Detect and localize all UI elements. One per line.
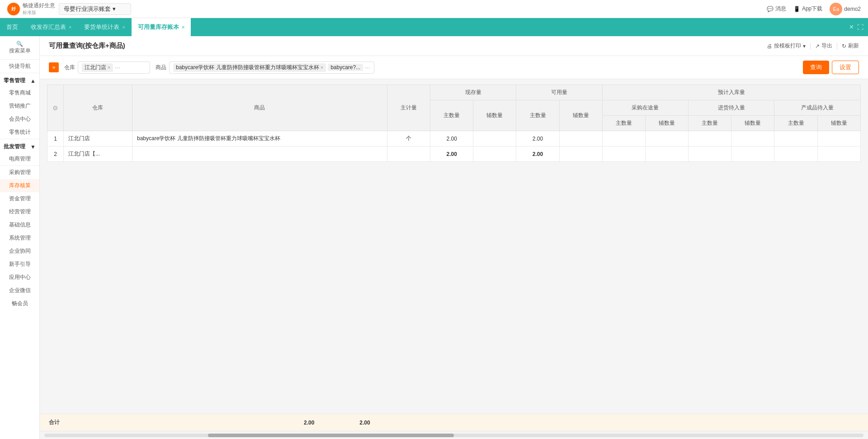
scroll-track[interactable] — [44, 434, 863, 437]
sidebar-group-wholesale-title[interactable]: 批发管理 ▼ — [0, 139, 39, 152]
sidebar-item-ecommerce[interactable]: 电商管理 — [0, 152, 39, 165]
row-1-goods-aux — [731, 131, 774, 146]
row-2-pur-main — [602, 146, 645, 162]
planned-inbound-header: 预计入库量 — [602, 85, 860, 100]
row-2-avail-main: 2.00 — [516, 146, 559, 162]
tab-available-inventory-close[interactable]: × — [182, 24, 184, 30]
sidebar-group-retail-title[interactable]: 零售管理 ▲ — [0, 73, 39, 86]
sidebar-search[interactable]: 🔍 搜索菜单 — [0, 36, 39, 60]
tab-home[interactable]: 首页 — [0, 18, 24, 36]
sidebar-group-retail-label: 零售管理 — [4, 77, 25, 85]
row-2-avail-aux — [559, 146, 602, 162]
finished-aux-header: 辅数量 — [817, 116, 860, 131]
warehouse-tag-remove[interactable]: × — [108, 65, 110, 70]
tab-order-stats-close[interactable]: × — [122, 24, 125, 30]
row-1-avail-aux — [559, 131, 602, 146]
message-label: 消息 — [775, 5, 786, 13]
nav-fullscreen-icon[interactable]: ⛶ — [857, 24, 863, 31]
warehouse-input[interactable]: 江北门店 × ··· — [78, 61, 150, 74]
nav-tabs-right: × ⛶ — [849, 18, 868, 36]
row-2-index: 2 — [47, 146, 64, 162]
sidebar-item-system[interactable]: 系统管理 — [0, 231, 39, 245]
sidebar-item-newbie[interactable]: 新手引导 — [0, 258, 39, 271]
print-btn[interactable]: 🖨 按模板打印 ▾ — [767, 42, 806, 50]
warehouse-label: 仓库 — [64, 64, 75, 71]
product-tag-1-remove[interactable]: × — [321, 65, 323, 70]
sidebar-quick-nav[interactable]: 快捷导航 — [0, 60, 39, 73]
row-1-pur-main — [602, 131, 645, 146]
product-more-icon[interactable]: ··· — [365, 64, 370, 71]
download-action[interactable]: 📱 App下载 — [793, 5, 822, 13]
tab-income-summary[interactable]: 收发存汇总表 × — [24, 18, 78, 36]
tab-income-summary-label: 收发存汇总表 — [31, 23, 66, 31]
sidebar-item-member[interactable]: 畅会员 — [0, 297, 39, 310]
logo-text-group: 畅捷通好生意 标准版 — [23, 2, 55, 16]
tab-order-stats[interactable]: 要货单统计表 × — [78, 18, 131, 36]
sidebar-item-basic[interactable]: 基础信息 — [0, 218, 39, 231]
sidebar-item-enterprise[interactable]: 企业协同 — [0, 245, 39, 258]
row-1-fin-main — [774, 131, 817, 146]
print-label: 按模板打印 — [774, 42, 801, 50]
logo-area: 好 畅捷通好生意 标准版 — [7, 2, 55, 16]
export-label: 导出 — [821, 42, 832, 50]
warehouse-filter-group: 仓库 江北门店 × ··· — [64, 61, 150, 74]
sidebar-search-label: 搜索菜单 — [4, 47, 36, 55]
refresh-btn[interactable]: ↻ 刷新 — [842, 42, 859, 50]
filter-expand-btn[interactable]: » — [49, 62, 59, 72]
sidebar-item-app-center[interactable]: 应用中心 — [0, 271, 39, 284]
sidebar-item-retail-mall[interactable]: 零售商城 — [0, 86, 39, 99]
sidebar-item-purchase[interactable]: 采购管理 — [0, 166, 39, 179]
product-tag-1-text: babycare学饮杯 儿童防摔防撞吸管杯重力球吸嘴杯宝宝水杯 — [176, 64, 319, 71]
content-area: 可用量查询(按仓库+商品) 🖨 按模板打印 ▾ ↗ 导出 ↻ 刷新 — [40, 36, 868, 439]
nav-close-icon[interactable]: × — [849, 23, 854, 31]
purchase-aux-header: 辅数量 — [645, 116, 688, 131]
tab-income-summary-close[interactable]: × — [69, 24, 71, 30]
footer-available-main: 2.00 — [359, 420, 370, 426]
product-filter-group: 商品 babycare学饮杯 儿童防摔防撞吸管杯重力球吸嘴杯宝宝水杯 × bab… — [156, 61, 374, 74]
sidebar-group-wholesale: 批发管理 ▼ 电商管理 — [0, 139, 39, 166]
scroll-bar-area[interactable] — [40, 431, 868, 439]
stock-main-header: 主数量 — [430, 100, 473, 131]
row-1-pur-aux — [645, 131, 688, 146]
goods-pending-header: 进货待入量 — [689, 100, 774, 116]
tab-available-inventory[interactable]: 可用量库存账本 × — [132, 18, 191, 36]
sidebar-item-members[interactable]: 会员中心 — [0, 113, 39, 126]
product-tag-2: babycare?... — [328, 64, 363, 71]
avail-main-header: 主数量 — [516, 100, 559, 131]
chevron-down-icon: ▾ — [113, 5, 116, 12]
export-btn[interactable]: ↗ 导出 — [815, 42, 832, 50]
scroll-thumb[interactable] — [208, 434, 454, 437]
setting-button[interactable]: 设置 — [832, 61, 859, 74]
user-action[interactable]: Ea demo2 — [830, 3, 861, 15]
logo-icon: 好 — [7, 3, 20, 15]
stock-aux-header: 辅数量 — [473, 100, 516, 131]
sidebar-item-marketing[interactable]: 营销推广 — [0, 99, 39, 113]
sidebar-item-inventory[interactable]: 库存核算 — [0, 179, 39, 192]
message-action[interactable]: 💬 消息 — [767, 5, 786, 13]
finished-pending-header: 产成品待入量 — [774, 100, 861, 116]
row-2-warehouse: 江北门店【... — [64, 146, 132, 162]
gear-header[interactable]: ⚙ — [47, 85, 64, 131]
company-selector[interactable]: 母婴行业演示账套 ▾ — [59, 3, 131, 15]
finished-main-header: 主数量 — [774, 116, 817, 131]
row-2-fin-main — [774, 146, 817, 162]
tab-order-stats-label: 要货单统计表 — [84, 23, 119, 31]
sidebar-item-finance[interactable]: 资金管理 — [0, 192, 39, 205]
main-layout: 🔍 搜索菜单 快捷导航 零售管理 ▲ 零售商城 营销推广 会员中心 零售统计 批… — [0, 36, 868, 439]
sidebar-item-wechat[interactable]: 企业微信 — [0, 284, 39, 297]
data-table: ⚙ 仓库 商品 主计量 现存量 可用量 预计入库量 主数量 辅数量 主数量 辅数… — [47, 85, 861, 162]
warehouse-more-icon[interactable]: ··· — [115, 64, 120, 71]
row-2-stock-main: 2.00 — [430, 146, 473, 162]
logo-sub: 标准版 — [23, 9, 55, 16]
sidebar-item-operations[interactable]: 经营管理 — [0, 205, 39, 218]
avatar: Ea — [830, 3, 842, 15]
product-col-header: 商品 — [132, 85, 387, 131]
product-input[interactable]: babycare学饮杯 儿童防摔防撞吸管杯重力球吸嘴杯宝宝水杯 × babyca… — [169, 61, 374, 74]
footer-available-main-val: 2.00 — [359, 420, 370, 426]
row-2-unit — [387, 146, 430, 162]
query-button[interactable]: 查询 — [803, 61, 829, 74]
sidebar-item-retail-stats[interactable]: 零售统计 — [0, 126, 39, 139]
footer-label: 合计 — [49, 419, 60, 426]
avail-aux-header: 辅数量 — [559, 100, 602, 131]
export-icon: ↗ — [815, 43, 820, 49]
